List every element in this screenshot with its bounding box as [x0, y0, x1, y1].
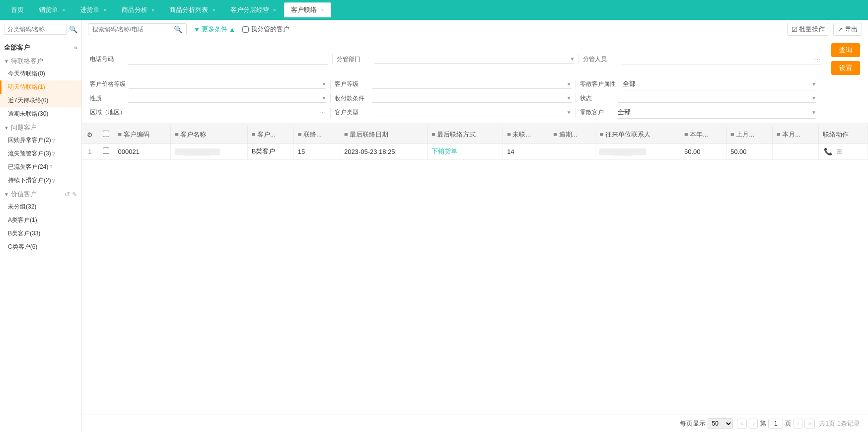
customer-table: ⚙ ≡ 客户编码 ≡ 客户名称 ≡ 客户... ≡ 联络... ≡ 最后联络日期…: [82, 126, 868, 160]
query-btn[interactable]: 查询: [831, 43, 860, 57]
row-action: 📞 ⊞: [819, 144, 868, 160]
last-page-btn[interactable]: »: [804, 419, 815, 429]
arrow-icon: ▼: [4, 59, 9, 64]
per-page-select[interactable]: 50 100 200: [708, 418, 733, 429]
sidebar-item-churn-warning[interactable]: 流失预警客户(3) ?: [0, 147, 81, 160]
row-this-month: [773, 144, 819, 160]
customer-level-select[interactable]: ▼: [372, 80, 571, 89]
nav-close-active-icon[interactable]: ×: [321, 7, 324, 13]
col-settings[interactable]: ⚙: [82, 126, 98, 144]
chevron-down-icon: ▼: [321, 95, 326, 101]
collapse-icon[interactable]: «: [74, 44, 77, 51]
qr-action-icon[interactable]: ⊞: [836, 147, 842, 155]
search-input[interactable]: [92, 26, 172, 33]
toolbar-right: ☑ 批量操作 ↗ 导出: [787, 23, 862, 36]
my-customers-checkbox[interactable]: [242, 26, 249, 33]
col-checkbox-header: [98, 126, 114, 144]
retail-attr-select[interactable]: 全部 ▼: [623, 78, 816, 90]
status-select[interactable]: ▼: [618, 94, 816, 103]
dept-select[interactable]: ▼: [374, 55, 575, 64]
nav-product-analysis[interactable]: 商品分析 ×: [115, 2, 161, 17]
sidebar-all-customers[interactable]: 全部客户 «: [0, 39, 81, 54]
sidebar-item-declining[interactable]: 持续下滑客户(2) ?: [0, 174, 81, 187]
filter-customer-type: 客户类型 ▼: [335, 108, 571, 117]
page-input[interactable]: [768, 419, 783, 429]
sidebar-item-7days[interactable]: 近7天待联络(0): [0, 94, 81, 107]
row-overdue: [549, 144, 595, 160]
sidebar-search-input[interactable]: [4, 24, 67, 35]
sidebar-search-icon[interactable]: 🔍: [69, 25, 77, 33]
nav-close-icon[interactable]: ×: [212, 7, 215, 13]
edit-icon[interactable]: ✎: [72, 191, 77, 198]
last-method-link[interactable]: 下销货单: [432, 147, 457, 155]
nav-close-icon[interactable]: ×: [151, 7, 154, 13]
nav-purchase[interactable]: 进货单 ×: [73, 2, 113, 17]
nav-customer-segment[interactable]: 客户分层经营 ×: [223, 2, 283, 17]
divider: [576, 93, 576, 103]
row-last-month: 50.00: [726, 144, 773, 160]
next-page-btn[interactable]: ›: [794, 419, 802, 429]
export-icon: ↗: [838, 26, 843, 33]
prev-page-btn[interactable]: ‹: [749, 419, 758, 429]
payment-select[interactable]: ▼: [372, 94, 571, 103]
row-last-method: 下销货单: [428, 144, 503, 160]
top-nav: 首页 销货单 × 进货单 × 商品分析 × 商品分析列表 × 客户分层经营 × …: [0, 0, 868, 20]
chevron-up-icon: ▲: [229, 26, 235, 33]
region-select[interactable]: ···: [129, 107, 326, 118]
sidebar-item-ungrouped[interactable]: 未分组(32): [0, 200, 81, 214]
filter-row-2: 客户价格等级 ▼ 客户等级 ▼ 零散客户属性: [90, 78, 860, 90]
batch-op-btn[interactable]: ☑ 批量操作: [787, 23, 829, 36]
sidebar-item-repurchase[interactable]: 回购异常客户(2) ?: [0, 134, 81, 147]
row-no-contact: 14: [503, 144, 549, 160]
settings-btn[interactable]: 设置: [831, 61, 860, 75]
chevron-down-icon: ▼: [811, 110, 816, 115]
divider: [576, 79, 576, 89]
nav-customer-contact[interactable]: 客户联络 ×: [284, 2, 331, 17]
col-type: ≡ 客户...: [247, 126, 293, 144]
sidebar-item-a-class[interactable]: A类客户(1): [0, 214, 81, 227]
nav-close-icon[interactable]: ×: [62, 7, 65, 13]
manager-select[interactable]: ···: [621, 54, 821, 65]
sidebar-item-b-class[interactable]: B类客户(33): [0, 227, 81, 240]
nav-close-icon[interactable]: ×: [103, 7, 106, 13]
total-count: 共1页 1条记录: [819, 419, 860, 428]
nav-home[interactable]: 首页: [4, 2, 31, 17]
sidebar-group-pending[interactable]: ▼ 待联络客户: [0, 54, 81, 67]
search-icon[interactable]: 🔍: [174, 25, 182, 33]
filter-nature: 性质 ▼: [90, 94, 326, 103]
export-btn[interactable]: ↗ 导出: [833, 23, 862, 36]
col-last-month: ≡ 上月...: [726, 126, 773, 144]
phone-input[interactable]: [128, 54, 328, 65]
retail-select[interactable]: 全部 ▼: [618, 106, 816, 119]
first-page-btn[interactable]: «: [737, 419, 747, 429]
refresh-icon[interactable]: ↺: [65, 191, 70, 198]
sidebar-group-value[interactable]: ▼ 价值客户 ↺ ✎: [0, 187, 81, 200]
filter-icon: ▼: [194, 26, 200, 33]
chevron-down-icon: ▼: [321, 81, 326, 87]
row-select-checkbox[interactable]: [103, 147, 109, 154]
nav-close-icon[interactable]: ×: [273, 7, 276, 13]
nav-product-analysis-list[interactable]: 商品分析列表 ×: [162, 2, 222, 17]
divider: [579, 54, 579, 64]
table-header-row: ⚙ ≡ 客户编码 ≡ 客户名称 ≡ 客户... ≡ 联络... ≡ 最后联络日期…: [82, 126, 868, 144]
main-layout: 🔍 全部客户 « ▼ 待联络客户 今天待联络(0) 明天待联络(1) 近7天待联…: [0, 20, 868, 432]
col-this-month: ≡ 本月...: [773, 126, 819, 144]
more-filter-btn[interactable]: ▼ 更多条件 ▲: [191, 23, 238, 35]
select-all-checkbox[interactable]: [103, 131, 109, 137]
filter-region: 区域（地区） ···: [90, 107, 326, 118]
customer-type-select[interactable]: ▼: [372, 108, 571, 117]
content-area: 🔍 ▼ 更多条件 ▲ 我分管的客户 ☑ 批量操作 ↗ 导出: [82, 20, 868, 432]
price-level-select[interactable]: ▼: [129, 80, 326, 89]
sidebar-item-tomorrow[interactable]: 明天待联络(1): [0, 80, 81, 94]
my-customers-check: 我分管的客户: [242, 25, 289, 34]
nature-select[interactable]: ▼: [128, 94, 326, 103]
sidebar-item-churned[interactable]: 已流失客户(24) ?: [0, 160, 81, 174]
filter-manager: 分管人员 ···: [583, 54, 821, 65]
row-this-year: 50.00: [680, 144, 726, 160]
sidebar-item-c-class[interactable]: C类客户(6): [0, 240, 81, 254]
sidebar-item-today[interactable]: 今天待联络(0): [0, 67, 81, 80]
sidebar-item-overdue[interactable]: 逾期未联络(30): [0, 107, 81, 121]
nav-sales[interactable]: 销货单 ×: [32, 2, 72, 17]
phone-action-icon[interactable]: 📞: [824, 147, 832, 155]
sidebar-group-problem[interactable]: ▼ 问题客户: [0, 121, 81, 134]
